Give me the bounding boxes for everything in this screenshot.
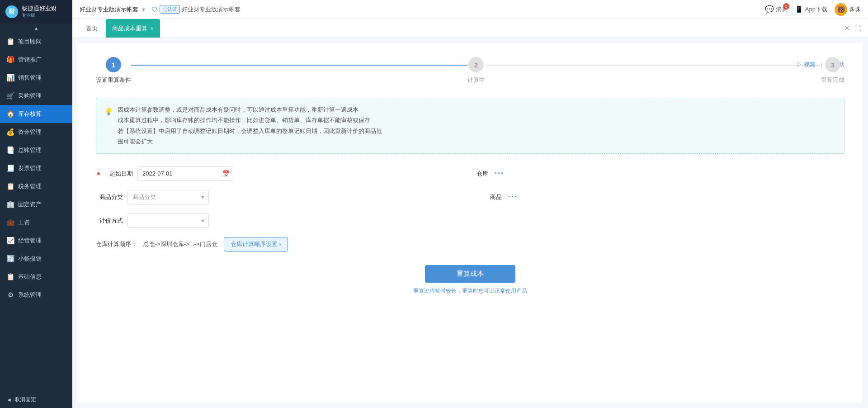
category-select-wrap: 商品分类 ▼ [127,190,209,204]
recalc-section: 重算成本 重算过程耗时较长，重算时您可以正常使用产品 [96,265,844,295]
step-2-label: 计算中 [467,76,485,84]
assets-icon: 🏢 [6,200,14,209]
info-line4: 围可能会扩大 [118,136,382,147]
play-icon: ▷ [796,61,802,68]
sidebar-cancel-pin[interactable]: ◄ 取消固定 [0,391,72,408]
sidebar-item-management[interactable]: 📈 经营管理 [0,232,72,250]
sidebar-item-finance[interactable]: 💰 资金管理 [0,123,72,141]
info-box: 💡 因成本计算参数调整，或是对商品成本有疑问时，可以通过成本重算功能，重新计算一… [96,98,844,154]
sidebar-item-label: 经营管理 [18,237,42,245]
project-icon: 📋 [6,38,14,46]
warehouse-order-row: 仓库计算顺序： 总仓->深圳仓库->...->门店仓 仓库计算顺序设置 › [96,237,844,251]
sidebar-item-accounting[interactable]: 📑 总账管理 [0,141,72,159]
calendar-icon[interactable]: 📅 [222,170,230,177]
account-chevron-icon: ▼ [141,7,146,12]
sidebar-nav: ▲ 📋 项目顾问 🎁 营销推广 📊 销售管理 🛒 采购管理 🏠 库存核算 💰 资… [0,24,72,391]
app-logo-icon: 财 [5,5,18,18]
sidebar-item-inventory[interactable]: 🏠 库存核算 [0,105,72,123]
sidebar-item-sales[interactable]: 📊 销售管理 [0,69,72,87]
pricing-select[interactable] [127,213,209,228]
sidebar-scroll-up[interactable]: ▲ [0,24,72,33]
management-icon: 📈 [6,237,14,245]
sidebar-item-basic[interactable]: 📋 基础信息 [0,268,72,286]
start-date-label: 起始日期 [106,170,133,178]
step-2: 2 计算中 [467,57,485,84]
sidebar-item-label: 营销推广 [18,56,42,64]
sidebar-item-expense[interactable]: 🔄 小畅报销 [0,250,72,268]
info-line2: 成本重算过程中，影响库存账的操作均不能操作，比如进货单、销货单、库存单据不能审核… [118,115,382,125]
product-select-btn[interactable]: ··· [506,192,519,202]
sidebar-item-salary[interactable]: 💼 工资 [0,213,72,232]
step-1: 1 设置重算条件 [96,57,131,84]
info-line1: 因成本计算参数调整，或是对商品成本有疑问时，可以通过成本重算功能，重新计算一遍成… [118,104,382,115]
category-label: 商品分类 [96,193,123,201]
account-name: 好业财专业版演示帐套 [80,5,138,14]
sales-icon: 📊 [6,74,14,82]
step-line-1 [131,65,467,66]
start-date-input[interactable] [137,166,233,181]
tab-cost-recalc[interactable]: 商品成本重算 × [106,19,160,38]
warehouse-order-value: 总仓->深圳仓库->...->门店仓 [143,240,217,248]
sidebar-item-label: 总账管理 [18,146,42,154]
account-selector[interactable]: 好业财专业版演示帐套 ▼ [80,5,146,14]
tab-home[interactable]: 首页 [80,19,104,38]
basic-icon: 📋 [6,273,14,281]
cancel-pin-icon: ◄ [6,397,12,403]
step-2-circle: 2 [468,57,484,72]
warehouse-order-label: 仓库计算顺序： [96,240,137,248]
app-download-button[interactable]: 📱 App下载 [795,5,827,14]
shield-icon: 🛡 [151,6,158,13]
inventory-icon: 🏠 [6,110,14,118]
sidebar-item-marketing[interactable]: 🎁 营销推广 [0,51,72,69]
sidebar-item-system[interactable]: ⚙ 系统管理 [0,286,72,304]
expense-icon: 🔄 [6,255,14,263]
step-3-label: 重算完成 [821,76,844,84]
pricing-select-wrap: ▼ [127,213,209,228]
form-group-product: 商品 ··· [475,192,844,202]
form-group-pricing: 计价方式 ▼ [96,213,844,228]
steps-container: 1 设置重算条件 2 计算中 3 重算完成 ▷ 视频 | ? [96,57,844,84]
warehouse-select-btn[interactable]: ··· [493,169,506,178]
system-icon: ⚙ [6,291,14,299]
topbar-right: 💬 消息 1 📱 App下载 🐻 珠珠 [765,3,861,16]
username-label: 珠珠 [849,5,861,14]
recalc-button[interactable]: 重算成本 [425,265,515,283]
message-button[interactable]: 💬 消息 1 [765,5,788,14]
sidebar-item-project[interactable]: 📋 项目顾问 [0,33,72,51]
form-section: ★ 起始日期 📅 仓库 ··· 商品分类 [96,166,844,251]
warehouse-order-settings-btn[interactable]: 仓库计算顺序设置 › [224,237,288,251]
category-select[interactable]: 商品分类 [127,190,209,204]
mobile-icon: 📱 [795,5,803,14]
user-avatar-button[interactable]: 🐻 珠珠 [835,3,861,16]
tax-icon: 📋 [6,182,14,190]
video-btn[interactable]: ▷ 视频 [796,61,816,69]
avatar: 🐻 [835,3,847,16]
accounting-icon: 📑 [6,146,14,154]
tabs-actions: ✕ ⛶ [844,24,861,33]
sidebar-item-assets[interactable]: 🏢 固定资产 [0,195,72,213]
sidebar-logo: 财 畅捷通好业财 专业版 [0,0,72,24]
required-indicator: ★ [96,170,101,177]
video-label: 视频 [804,61,816,68]
sidebar-item-label: 库存核算 [18,110,42,118]
verified-status: 🛡 已认证 好业财专业版演示帐套 [151,5,241,14]
form-row-2: 商品分类 商品分类 ▼ 商品 ··· [96,190,844,204]
app-download-label: App下载 [805,5,827,14]
topbar: 好业财专业版演示帐套 ▼ 🛡 已认证 好业财专业版演示帐套 💬 消息 1 📱 A… [72,0,868,19]
start-date-input-wrap: 📅 [137,166,233,181]
maximize-icon[interactable]: ⛶ [854,25,861,32]
sidebar-item-label: 小畅报销 [18,255,42,263]
verified-account-name: 好业财专业版演示帐套 [182,5,241,14]
tab-close-icon[interactable]: × [150,25,154,32]
sidebar-item-label: 采购管理 [18,92,42,100]
sidebar-item-label: 固定资产 [18,200,42,209]
sidebar-item-invoice[interactable]: 🧾 发票管理 [0,159,72,177]
sidebar-item-tax[interactable]: 📋 税务管理 [0,177,72,195]
close-window-icon[interactable]: ✕ [844,24,850,33]
info-text: 因成本计算参数调整，或是对商品成本有疑问时，可以通过成本重算功能，重新计算一遍成… [118,104,382,147]
verified-badge: 已认证 [160,5,180,14]
info-line3: 若【系统设置】中启用了自动调整记账日期时，会调整入库单的整单记账日期，因此重新计… [118,126,382,136]
sidebar-item-purchase[interactable]: 🛒 采购管理 [0,87,72,105]
sidebar-item-label: 发票管理 [18,164,42,172]
sidebar-item-label: 销售管理 [18,74,42,82]
